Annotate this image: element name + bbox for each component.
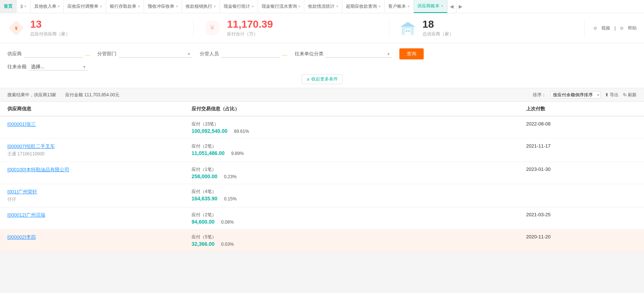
nav-customer-ledger[interactable]: 客户账本 × bbox=[385, 0, 414, 13]
payable-amount-0[interactable]: 100,092,540.00 bbox=[192, 128, 227, 134]
close-tab-3-icon[interactable]: × bbox=[24, 4, 27, 8]
payable-label-4: 应付（2笔） bbox=[192, 212, 526, 218]
supplier-input[interactable] bbox=[24, 50, 83, 58]
refresh-button[interactable]: ↻ 刷新 bbox=[623, 92, 637, 98]
supplier-link-3[interactable]: [001]广州荣轩 bbox=[7, 189, 192, 195]
dept-select[interactable] bbox=[119, 50, 192, 58]
balance-select-wrap: 选择... bbox=[29, 63, 88, 70]
shop-icon bbox=[398, 18, 417, 38]
home-label: 首页 bbox=[4, 3, 13, 10]
dept-select-wrap bbox=[119, 50, 192, 58]
summary-text-total-suppliers: 18 总供应商（家） bbox=[423, 19, 454, 37]
sort-select[interactable]: 按应付余额倒序排序 bbox=[550, 91, 601, 99]
nav-prepay[interactable]: 预收冲应收单 × bbox=[144, 0, 182, 13]
close-icon[interactable]: × bbox=[100, 4, 102, 8]
table-row: [000001]张三 应付（15笔） 100,092,540.00 89.61%… bbox=[0, 117, 644, 139]
payable-amount-5[interactable]: 32,366.00 bbox=[192, 241, 214, 247]
payable-amount-2[interactable]: 258,000.00 bbox=[192, 173, 217, 179]
top-navigation: 首页 3 × 其他收入单 × 应收应付调整单 × 银行存取款单 × 预收冲应收单… bbox=[0, 0, 644, 13]
payable-percent-0: 89.61% bbox=[234, 129, 249, 134]
data-table: 供应商信息 应付交易信息（占比） 上次付数 [000001]张三 应付（15笔）… bbox=[0, 102, 644, 252]
payable-label-0: 应付（15笔） bbox=[192, 121, 526, 127]
summary-card-total-suppliers: 18 总供应商（家） bbox=[398, 18, 585, 38]
result-text1: 搜索结果中，供应商13家 bbox=[7, 92, 56, 98]
summary-bar: ¥ 13 总应付供应商（家） ¥ 11,170.39 应付合计（万） bbox=[0, 13, 644, 43]
close-icon[interactable]: × bbox=[378, 4, 381, 8]
balance-filter-label: 往来余额 bbox=[7, 63, 27, 70]
supplier-link-1[interactable]: [000007]恒旺二手叉车 bbox=[7, 143, 192, 150]
nav-ar-ap-adjust[interactable]: 应收应付调整单 × bbox=[64, 0, 106, 13]
nav-next-button[interactable]: ▶ bbox=[456, 0, 465, 13]
nav-receipt[interactable]: 收款核销执行 × bbox=[182, 0, 220, 13]
close-icon[interactable]: × bbox=[407, 4, 410, 8]
nav-other-income[interactable]: 其他收入单 × bbox=[31, 0, 64, 13]
close-icon[interactable]: × bbox=[138, 4, 140, 8]
payable-label-1: 应付（2笔） bbox=[192, 143, 526, 149]
tab-label: 现金银行统计 bbox=[224, 3, 250, 10]
supplier-info-cell: [000002]李四 bbox=[7, 234, 192, 241]
nav-prev-button[interactable]: ◀ bbox=[447, 0, 456, 13]
video-link[interactable]: 视频 bbox=[601, 25, 610, 31]
supplier-link-0[interactable]: [000001]张三 bbox=[7, 121, 192, 128]
table-row: [000007]恒旺二手叉车 王通 17106110000 应付（2笔） 11,… bbox=[0, 139, 644, 162]
payable-percent-4: 0.08% bbox=[221, 220, 234, 225]
payable-label-5: 应付（5笔） bbox=[192, 234, 526, 240]
collapse-button[interactable]: ∧ 收起更多条件 bbox=[302, 74, 343, 84]
nav-cash-flow[interactable]: 现金银行流水查询 × bbox=[258, 0, 305, 13]
nav-bank-deposit[interactable]: 银行存取款单 × bbox=[106, 0, 144, 13]
close-icon[interactable]: × bbox=[58, 4, 60, 8]
supplier-link-5[interactable]: [000002]李四 bbox=[7, 234, 192, 241]
close-icon[interactable]: × bbox=[176, 4, 178, 8]
close-icon[interactable]: × bbox=[252, 4, 254, 8]
filter-supplier: 供应商 ... bbox=[7, 50, 90, 58]
category-select[interactable] bbox=[326, 50, 392, 58]
supplier-sub-3: 仔仔 bbox=[7, 196, 192, 203]
svg-text:¥: ¥ bbox=[210, 24, 214, 31]
nav-home[interactable]: 首页 bbox=[0, 0, 17, 13]
person-filter-label: 分管人员 bbox=[200, 51, 219, 57]
total-payable-amount-num: 11,170.39 bbox=[227, 19, 273, 30]
payable-amount-4[interactable]: 94,600.00 bbox=[192, 219, 214, 225]
header-payable-info: 应付交易信息（占比） bbox=[192, 106, 526, 112]
nav-collection-stat[interactable]: 收款情况统计 × bbox=[304, 0, 342, 13]
last-pay-cell: 2022-08-08 bbox=[526, 121, 637, 127]
supplier-sub-1: 王通 17106110000 bbox=[7, 151, 192, 157]
payable-info-cell: 应付（15笔） 100,092,540.00 89.61% bbox=[192, 121, 526, 134]
nav-overdue[interactable]: 超期应收款查询 × bbox=[342, 0, 385, 13]
supplier-info-cell: [000012]广州贝瑞 bbox=[7, 212, 192, 218]
tab-label: 应收应付调整单 bbox=[67, 3, 98, 10]
help-link[interactable]: 帮助 bbox=[628, 25, 637, 31]
person-dots[interactable]: ... bbox=[282, 51, 287, 57]
export-icon: ⬆ bbox=[605, 92, 609, 97]
tab-label: 收款情况统计 bbox=[308, 3, 335, 10]
close-icon[interactable]: × bbox=[336, 4, 338, 8]
filter-balance: 往来余额 选择... bbox=[7, 63, 88, 70]
query-button[interactable]: 查询 bbox=[399, 48, 424, 59]
close-icon[interactable]: × bbox=[298, 4, 301, 8]
result-bar: 搜索结果中，供应商13家 应付金额 111,703,854.00元 排序： 按应… bbox=[0, 88, 644, 102]
export-label: 导出 bbox=[610, 92, 619, 98]
svg-text:¥: ¥ bbox=[15, 25, 18, 31]
result-separator bbox=[59, 92, 63, 98]
nav-cash-stat[interactable]: 现金银行统计 × bbox=[220, 0, 258, 13]
nav-tab-3[interactable]: 3 × bbox=[17, 0, 31, 13]
supplier-filter-label: 供应商 bbox=[7, 51, 22, 57]
person-input[interactable] bbox=[221, 50, 280, 58]
table-row: [000012]广州贝瑞 应付（2笔） 94,600.00 0.08% 2021… bbox=[0, 207, 644, 230]
tab-label: 客户账本 bbox=[388, 3, 406, 10]
tab-label: 预收冲应收单 bbox=[148, 3, 174, 10]
category-select-wrap bbox=[326, 50, 392, 58]
close-icon[interactable]: × bbox=[441, 4, 443, 8]
payable-percent-2: 0.23% bbox=[224, 174, 237, 179]
collapse-label: 收起更多条件 bbox=[311, 76, 338, 82]
nav-supplier-ledger[interactable]: 供应商账本 × bbox=[414, 0, 447, 13]
balance-select[interactable]: 选择... bbox=[29, 63, 88, 70]
payable-amount-3[interactable]: 164,635.90 bbox=[192, 196, 217, 201]
tab-label: 现金银行流水查询 bbox=[262, 3, 297, 10]
supplier-dots[interactable]: ... bbox=[85, 51, 90, 57]
close-icon[interactable]: × bbox=[214, 4, 216, 8]
supplier-link-2[interactable]: [000100]本特勒油品有限公司 bbox=[7, 166, 192, 173]
export-button[interactable]: ⬆ 导出 bbox=[605, 92, 619, 98]
payable-amount-1[interactable]: 11,051,486.00 bbox=[192, 150, 225, 156]
supplier-link-4[interactable]: [000012]广州贝瑞 bbox=[7, 212, 192, 218]
